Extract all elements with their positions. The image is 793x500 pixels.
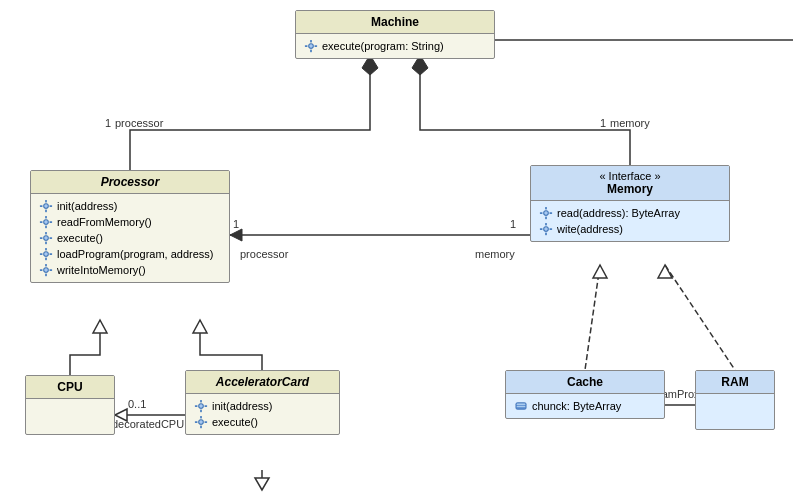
machine-method-0: execute(program: String) (304, 38, 486, 54)
cpu-arrow (115, 409, 127, 421)
processor-method-2: execute() (39, 230, 221, 246)
svg-rect-15 (40, 221, 43, 223)
cache-body: chunck: ByteArray (506, 394, 664, 418)
svg-rect-31 (45, 264, 47, 267)
diagram-container: 1 processor 1 memory 1 processor 1 memor… (0, 0, 793, 500)
machine-method-text-0: execute(program: String) (322, 40, 444, 52)
label-one-memory: 1 (600, 117, 606, 129)
processor-method-3: loadProgram(program, address) (39, 246, 221, 262)
processor-method-4: writeIntoMemory() (39, 262, 221, 278)
svg-rect-62 (517, 406, 526, 407)
db-icon-cache-0 (514, 399, 528, 413)
proc-method-text-3: loadProgram(program, address) (57, 248, 214, 260)
cache-method-0: chunck: ByteArray (514, 398, 656, 414)
svg-rect-27 (40, 253, 43, 255)
svg-rect-55 (200, 416, 202, 419)
svg-point-47 (544, 227, 548, 231)
svg-rect-46 (550, 228, 553, 230)
cache-header: Cache (506, 371, 664, 394)
svg-rect-34 (50, 269, 53, 271)
svg-rect-51 (195, 405, 198, 407)
label-one-processor: 1 (105, 117, 111, 129)
inheritance-triangle-cpu (93, 320, 107, 333)
processor-accelerator-line (200, 320, 262, 370)
memory-stereotype: « Interface » (539, 170, 721, 182)
processor-title: Processor (101, 175, 160, 189)
ram-body (696, 394, 774, 402)
label-zero-one: 0..1 (128, 398, 146, 410)
cpu-title: CPU (57, 380, 82, 394)
accelerator-box: AcceleratorCard init(address) execute() (185, 370, 340, 435)
svg-rect-61 (517, 403, 526, 405)
svg-rect-43 (545, 223, 547, 226)
association-arrow-processor (230, 229, 242, 241)
svg-point-29 (44, 252, 48, 256)
ram-title: RAM (721, 375, 748, 389)
realization-triangle-ram (658, 265, 672, 278)
cpu-body (26, 399, 114, 407)
processor-cpu-line (70, 320, 100, 375)
svg-rect-21 (40, 237, 43, 239)
svg-point-17 (44, 220, 48, 224)
memory-cache-dashed (585, 265, 600, 370)
svg-point-59 (199, 420, 203, 424)
acc-method-text-0: init(address) (212, 400, 273, 412)
memory-header: « Interface » Memory (531, 166, 729, 201)
memory-method-0: read(address): ByteArray (539, 205, 721, 221)
machine-box: Machine execute(program: String) (295, 10, 495, 59)
svg-rect-28 (50, 253, 53, 255)
proc-method-text-1: readFromMemory() (57, 216, 152, 228)
svg-rect-10 (50, 205, 53, 207)
inheritance-triangle-accelerator (193, 320, 207, 333)
machine-header: Machine (296, 11, 494, 34)
machine-title: Machine (371, 15, 419, 29)
machine-body: execute(program: String) (296, 34, 494, 58)
svg-rect-56 (200, 426, 202, 429)
svg-rect-16 (50, 221, 53, 223)
memory-title: Memory (539, 182, 721, 196)
proc-method-text-0: init(address) (57, 200, 118, 212)
accelerator-method-1: execute() (194, 414, 331, 430)
memory-ram-dashed (665, 265, 735, 370)
realization-triangle-cache (593, 265, 607, 278)
processor-box: Processor init(address) readFromMemory() (30, 170, 230, 283)
svg-rect-32 (45, 274, 47, 277)
cache-method-text-0: chunck: ByteArray (532, 400, 621, 412)
acc-method-text-1: execute() (212, 416, 258, 428)
proc-method-text-4: writeIntoMemory() (57, 264, 146, 276)
accelerator-body: init(address) execute() (186, 394, 339, 434)
gear-icon-proc-3 (39, 247, 53, 261)
svg-rect-33 (40, 269, 43, 271)
processor-method-1: readFromMemory() (39, 214, 221, 230)
cache-title: Cache (567, 375, 603, 389)
label-memory: memory (610, 117, 650, 129)
svg-rect-8 (45, 210, 47, 213)
label-assoc-processor: processor (240, 248, 289, 260)
svg-rect-22 (50, 237, 53, 239)
svg-rect-37 (545, 207, 547, 210)
svg-rect-3 (305, 45, 308, 47)
cpu-header: CPU (26, 376, 114, 399)
svg-point-23 (44, 236, 48, 240)
gear-icon-proc-2 (39, 231, 53, 245)
svg-rect-13 (45, 216, 47, 219)
svg-rect-50 (200, 410, 202, 413)
processor-header: Processor (31, 171, 229, 194)
svg-rect-9 (40, 205, 43, 207)
proc-method-text-2: execute() (57, 232, 103, 244)
cache-box: Cache chunck: ByteArray (505, 370, 665, 419)
processor-body: init(address) readFromMemory() execute() (31, 194, 229, 282)
accelerator-title: AcceleratorCard (216, 375, 309, 389)
gear-icon-proc-0 (39, 199, 53, 213)
gear-icon-proc-4 (39, 263, 53, 277)
svg-point-5 (309, 44, 313, 48)
label-decorated-cpu: decoratedCPU (112, 418, 184, 430)
gear-icon-mem-0 (539, 206, 553, 220)
svg-rect-52 (205, 405, 208, 407)
gear-icon-proc-1 (39, 215, 53, 229)
label-assoc-memory: memory (475, 248, 515, 260)
gear-icon-machine-0 (304, 39, 318, 53)
inheritance-bottom-triangle (255, 478, 269, 490)
gear-icon-acc-0 (194, 399, 208, 413)
processor-method-0: init(address) (39, 198, 221, 214)
